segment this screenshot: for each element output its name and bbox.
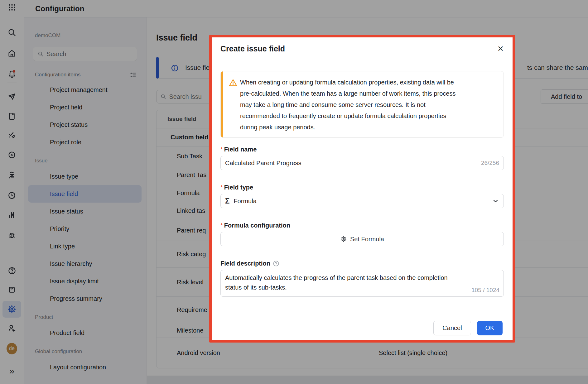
formula-configuration-label: * Formula configuration xyxy=(220,221,504,229)
chevron-down-icon xyxy=(492,198,499,205)
cancel-button[interactable]: Cancel xyxy=(433,321,471,335)
warning-accent-bar xyxy=(221,71,223,137)
warning-text: When creating or updating formula calcul… xyxy=(240,77,455,133)
field-name-value: Calculated Parent Progress xyxy=(225,160,301,167)
gear-icon xyxy=(340,236,347,242)
modal-footer: Cancel OK xyxy=(212,316,513,340)
ok-button[interactable]: OK xyxy=(477,321,503,335)
set-formula-button[interactable]: Set Formula xyxy=(220,232,504,246)
close-icon[interactable]: ✕ xyxy=(497,45,504,53)
field-type-value: Formula xyxy=(234,198,256,205)
field-description-textarea[interactable]: Automatically calculates the progress of… xyxy=(220,270,504,297)
required-asterisk: * xyxy=(220,184,223,191)
sigma-formula-icon: Σ xyxy=(225,197,229,205)
field-name-input[interactable]: Calculated Parent Progress 26/256 xyxy=(220,156,504,170)
field-type-label: * Field type xyxy=(220,183,504,191)
field-description-counter: 105 / 1024 xyxy=(471,285,499,295)
modal-title: Create issue field xyxy=(220,44,285,53)
create-issue-field-modal: Create issue field ✕ When creating or up… xyxy=(209,35,515,343)
field-name-counter: 26/256 xyxy=(481,160,499,166)
warning-triangle-icon xyxy=(229,78,238,87)
field-description-label: Field description xyxy=(220,259,504,267)
set-formula-label: Set Formula xyxy=(350,236,384,243)
modal-header: Create issue field ✕ xyxy=(212,37,513,60)
modal-body: When creating or updating formula calcul… xyxy=(212,71,513,297)
field-name-label: * Field name xyxy=(220,145,504,153)
help-circle-icon[interactable] xyxy=(272,260,280,267)
required-asterisk: * xyxy=(220,146,223,153)
required-asterisk: * xyxy=(220,222,223,229)
warning-callout: When creating or updating formula calcul… xyxy=(220,71,504,138)
field-type-select[interactable]: Σ Formula xyxy=(220,194,504,208)
